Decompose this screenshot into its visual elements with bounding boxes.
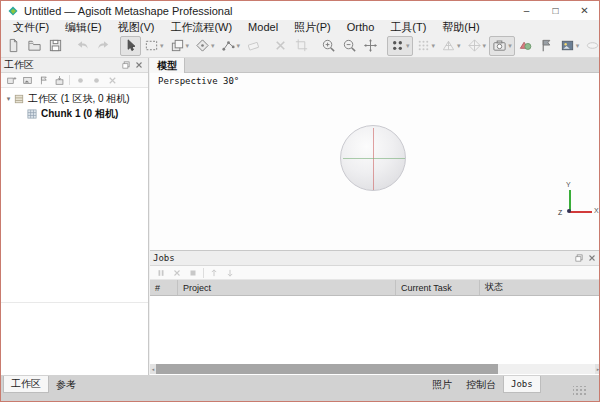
- chevron-down-icon[interactable]: ▾: [457, 42, 461, 50]
- column-header[interactable]: Current Task: [396, 280, 480, 295]
- minimize-button[interactable]: –: [512, 1, 541, 20]
- menu-item[interactable]: Model: [240, 20, 286, 34]
- chevron-down-icon[interactable]: ▾: [432, 42, 436, 50]
- move-job-up-button: [206, 266, 222, 280]
- navigation-trackball[interactable]: [340, 125, 406, 191]
- axis-x-label: X: [594, 207, 599, 214]
- tab-workspace[interactable]: 工作区: [3, 376, 49, 393]
- stop-icon: [188, 268, 198, 278]
- workspace-float-button[interactable]: [119, 59, 132, 72]
- model-viewport[interactable]: Perspective 30° Y X Z: [150, 73, 600, 250]
- projection-label: Perspective 30°: [158, 76, 239, 86]
- menu-item[interactable]: 文件(F): [5, 20, 57, 34]
- title-bar: Untitled — Agisoft Metashape Professiona…: [1, 1, 599, 20]
- cancel-job-button: [169, 266, 185, 280]
- show-cameras-button[interactable]: ▾: [489, 36, 515, 56]
- jobs-float-button[interactable]: [572, 252, 585, 265]
- reset-view-icon: [363, 38, 378, 53]
- menu-item[interactable]: 工具(T): [382, 20, 434, 34]
- stop-job-button: [185, 266, 201, 280]
- draw-tool-button[interactable]: ▾: [218, 36, 244, 56]
- disc-icon: [585, 38, 599, 53]
- add-photos-button[interactable]: [19, 73, 35, 87]
- camera-icon: [492, 38, 507, 53]
- enable-button: [72, 73, 88, 87]
- arrow-down-icon: [225, 268, 235, 278]
- jobs-toolbar: [150, 266, 600, 280]
- navigation-tool-button[interactable]: [120, 36, 141, 56]
- workspace-close-button[interactable]: [132, 59, 145, 72]
- menu-item[interactable]: 帮助(H): [434, 20, 487, 34]
- close-button[interactable]: ✕: [570, 1, 599, 20]
- paint-tool-button[interactable]: ▾: [192, 36, 218, 56]
- column-header[interactable]: Project: [178, 280, 396, 295]
- tab-console[interactable]: 控制台: [459, 376, 503, 393]
- chevron-down-icon[interactable]: ▾: [160, 42, 164, 50]
- maximize-button[interactable]: □: [541, 1, 570, 20]
- add-marker-button[interactable]: [35, 73, 51, 87]
- model-diamond-icon: [467, 38, 482, 53]
- new-project-button[interactable]: [3, 36, 24, 56]
- scroll-right-arrow[interactable]: ▸: [595, 364, 600, 374]
- selection-assign-button[interactable]: ▾: [167, 36, 193, 56]
- chevron-down-icon[interactable]: ▾: [237, 42, 241, 50]
- jobs-close-button[interactable]: [585, 252, 598, 265]
- save-project-button[interactable]: [45, 36, 66, 56]
- show-mesh-button: ▾: [438, 36, 464, 56]
- menu-item[interactable]: 工作流程(W): [162, 20, 240, 34]
- reset-view-button[interactable]: [360, 36, 381, 56]
- chevron-down-icon[interactable]: ▾: [211, 42, 215, 50]
- import-button[interactable]: [51, 73, 67, 87]
- column-header[interactable]: 状态: [480, 280, 600, 295]
- axis-y-label: Y: [566, 181, 571, 188]
- scrollbar-thumb[interactable]: [156, 364, 498, 374]
- tree-node[interactable]: Chunk 1 (0 相机): [1, 106, 148, 121]
- model-tab-strip: 模型: [150, 58, 600, 73]
- tree-node-label: Chunk 1 (0 相机): [41, 107, 118, 121]
- chevron-down-icon[interactable]: ▾: [508, 42, 512, 50]
- menu-item[interactable]: Ortho: [339, 20, 383, 34]
- tree-node[interactable]: ▾工作区 (1 区块, 0 相机): [1, 91, 148, 106]
- chevron-down-icon[interactable]: ▾: [576, 42, 580, 50]
- rectangle-selection-button[interactable]: ▾: [141, 36, 167, 56]
- window-resize-grip[interactable]: [573, 386, 587, 396]
- undo-button: [72, 36, 93, 56]
- zoom-out-button[interactable]: [339, 36, 360, 56]
- dense-cloud-icon: [416, 38, 431, 53]
- trackball-vertical-axis: [373, 128, 374, 190]
- tab-photos[interactable]: 照片: [425, 376, 459, 393]
- delete-x-icon: [172, 268, 182, 278]
- tree-expander[interactable]: ▾: [4, 95, 13, 103]
- column-header[interactable]: #: [150, 280, 178, 295]
- zoom-in-button[interactable]: [318, 36, 339, 56]
- axis-gizmo: Y X Z: [555, 181, 599, 217]
- open-project-button[interactable]: [24, 36, 45, 56]
- menu-item[interactable]: 编辑(E): [57, 20, 110, 34]
- chevron-down-icon[interactable]: ▾: [186, 42, 190, 50]
- jobs-panel-header: Jobs: [150, 251, 600, 266]
- tab-jobs[interactable]: Jobs: [503, 376, 541, 393]
- remove-item-button: [104, 73, 120, 87]
- delete-x-icon: [107, 75, 118, 86]
- add-chunk-button[interactable]: [3, 73, 19, 87]
- chevron-down-icon[interactable]: ▾: [406, 42, 410, 50]
- show-images-button[interactable]: ▾: [557, 36, 583, 56]
- application-window: Untitled — Agisoft Metashape Professiona…: [0, 0, 600, 402]
- tab-reference[interactable]: 参考: [49, 376, 83, 393]
- eraser-button: [243, 36, 264, 56]
- workspace-tree: ▾工作区 (1 区块, 0 相机)Chunk 1 (0 相机): [1, 88, 148, 121]
- toolbar-separator: [203, 268, 204, 278]
- arrow-up-icon: [209, 268, 219, 278]
- show-point-cloud-button[interactable]: ▾: [387, 36, 413, 56]
- add-marker-icon: [38, 75, 49, 86]
- show-markers-button[interactable]: [536, 36, 557, 56]
- show-shapes-button[interactable]: [515, 36, 536, 56]
- axis-x-line: [569, 211, 592, 213]
- workspace-node-icon: [13, 93, 25, 105]
- tab-model[interactable]: 模型: [150, 58, 185, 73]
- chevron-down-icon[interactable]: ▾: [483, 42, 487, 50]
- menu-item[interactable]: 照片(P): [286, 20, 339, 34]
- jobs-horizontal-scrollbar[interactable]: ◂ ▸: [150, 364, 600, 374]
- select-arrow-icon: [123, 38, 138, 53]
- menu-item[interactable]: 视图(V): [110, 20, 163, 34]
